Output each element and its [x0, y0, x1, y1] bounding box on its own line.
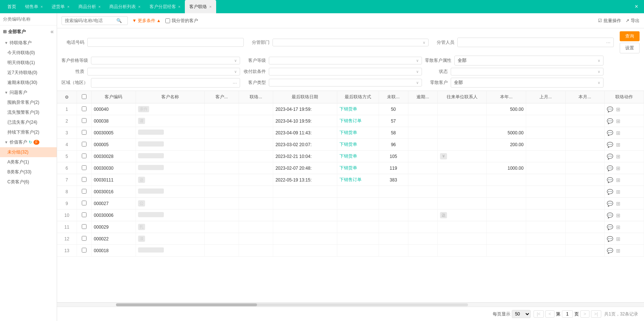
- row-chat-icon[interactable]: 💬: [607, 106, 613, 112]
- last-method-link[interactable]: 下销售订单: [339, 118, 362, 123]
- sidebar-group-pending[interactable]: ▼ 待联络客户: [0, 38, 57, 48]
- row-grid-icon[interactable]: ⊞: [616, 189, 620, 195]
- row-checkbox[interactable]: [82, 154, 87, 158]
- row-checkbox[interactable]: [82, 130, 87, 135]
- row-checkbox[interactable]: [82, 165, 87, 170]
- close-sales-order-icon[interactable]: ×: [41, 4, 43, 9]
- row-chat-icon[interactable]: 💬: [607, 236, 613, 242]
- row-chat-icon[interactable]: 💬: [607, 177, 613, 183]
- th-checkbox[interactable]: [77, 91, 91, 103]
- row-grid-icon[interactable]: ⊞: [616, 142, 620, 148]
- query-button[interactable]: 查询: [620, 31, 640, 41]
- filter-retail-select[interactable]: 全部 ∨: [451, 78, 603, 88]
- sidebar-item-today-pending[interactable]: 今天待联络(0): [0, 48, 57, 58]
- row-checkbox[interactable]: [82, 236, 87, 241]
- last-method-link[interactable]: 下销货单: [339, 165, 357, 170]
- reset-button[interactable]: 设置: [620, 43, 640, 53]
- row-grid-icon[interactable]: ⊞: [616, 212, 620, 218]
- scrollbar-thumb[interactable]: [116, 303, 257, 306]
- row-grid-icon[interactable]: ⊞: [616, 177, 620, 183]
- row-grid-icon[interactable]: ⊞: [616, 106, 620, 112]
- tab-purchase-order[interactable]: 进货单 ×: [47, 0, 74, 13]
- filter-region-select[interactable]: ···: [91, 78, 240, 88]
- sidebar-group-problem[interactable]: ▼ 问题客户: [0, 88, 57, 98]
- next-page-button[interactable]: >: [580, 310, 590, 318]
- sidebar-item-class-c[interactable]: C类客户(6): [0, 177, 57, 187]
- filter-retail-attr-select[interactable]: 全部 ∨: [454, 56, 603, 66]
- tab-customer-contact[interactable]: 客户联络 ×: [185, 0, 216, 13]
- sidebar-item-churn-warning[interactable]: 流失预警客户(3): [0, 107, 57, 117]
- close-customer-segment-icon[interactable]: ×: [178, 4, 180, 9]
- collapse-sidebar-icon[interactable]: «: [50, 28, 54, 35]
- page-number-input[interactable]: [562, 310, 573, 318]
- filter-search-input[interactable]: [65, 18, 116, 23]
- export-button[interactable]: ↗ 导出: [626, 18, 640, 24]
- filter-payment-select[interactable]: ∨: [269, 68, 422, 75]
- close-product-list-icon[interactable]: ×: [138, 4, 140, 9]
- filter-dept-select[interactable]: ∨: [272, 39, 429, 46]
- row-chat-icon[interactable]: 💬: [607, 142, 613, 148]
- filter-phone-input[interactable]: [87, 38, 244, 47]
- row-checkbox[interactable]: [82, 189, 87, 194]
- row-grid-icon[interactable]: ⊞: [616, 118, 620, 124]
- tab-product-analysis[interactable]: 商品分析 ×: [74, 0, 105, 13]
- row-grid-icon[interactable]: ⊞: [616, 224, 620, 230]
- filter-pricelevel-select[interactable]: ∨: [91, 57, 240, 64]
- close-product-analysis-icon[interactable]: ×: [98, 4, 101, 9]
- tab-product-list[interactable]: 商品分析列表 ×: [105, 0, 145, 13]
- sidebar-item-churned[interactable]: 已流失客户(24): [0, 117, 57, 127]
- my-customers-checkbox[interactable]: [165, 18, 170, 23]
- row-checkbox[interactable]: [82, 106, 87, 111]
- row-chat-icon[interactable]: 💬: [607, 248, 613, 254]
- filter-customertype-select[interactable]: ∨: [269, 79, 422, 87]
- first-page-button[interactable]: |<: [534, 310, 544, 318]
- row-checkbox[interactable]: [82, 248, 87, 253]
- close-purchase-icon[interactable]: ×: [67, 4, 69, 9]
- row-chat-icon[interactable]: 💬: [607, 154, 613, 159]
- sidebar-group-value[interactable]: ▼ 价值客户 ↻ F: [0, 137, 57, 147]
- sidebar-search-input[interactable]: [3, 17, 57, 22]
- last-method-link[interactable]: 下销货单: [339, 154, 357, 159]
- prev-page-button[interactable]: <: [545, 310, 555, 318]
- refresh-icon[interactable]: ↻: [29, 140, 32, 145]
- row-grid-icon[interactable]: ⊞: [616, 154, 620, 159]
- row-chat-icon[interactable]: 💬: [607, 189, 613, 195]
- sidebar-item-tomorrow-pending[interactable]: 明天待联络(1): [0, 58, 57, 68]
- row-grid-icon[interactable]: ⊞: [616, 201, 620, 207]
- more-conditions-button[interactable]: ▼ 更多条件 ▲: [132, 18, 161, 24]
- row-chat-icon[interactable]: 💬: [607, 118, 613, 124]
- filter-customerlevel-select[interactable]: ∨: [269, 57, 422, 64]
- row-checkbox[interactable]: [82, 142, 87, 147]
- last-page-button[interactable]: >|: [591, 310, 601, 318]
- row-checkbox[interactable]: [82, 201, 87, 205]
- row-checkbox[interactable]: [82, 118, 87, 123]
- th-settings[interactable]: ⚙: [57, 91, 77, 103]
- row-grid-icon[interactable]: ⊞: [616, 130, 620, 136]
- all-customers-header[interactable]: ⊞ 全部客户 «: [0, 25, 57, 38]
- row-checkbox[interactable]: [82, 224, 87, 229]
- row-chat-icon[interactable]: 💬: [607, 201, 613, 207]
- last-method-link[interactable]: 下销货单: [339, 142, 357, 147]
- sidebar-item-overdue-pending[interactable]: 逾期未联络(30): [0, 78, 57, 88]
- per-page-select[interactable]: 50 20 100: [512, 310, 531, 318]
- sidebar-item-class-b[interactable]: B类客户(33): [0, 167, 57, 177]
- window-close-button[interactable]: ×: [632, 3, 641, 10]
- batch-op-button[interactable]: ☑ 批量操作: [598, 18, 621, 24]
- row-checkbox[interactable]: [82, 177, 87, 182]
- sidebar-item-hoard-abnormal[interactable]: 囤购异常客户(2): [0, 98, 57, 107]
- tab-customer-segment[interactable]: 客户分层经客 ×: [145, 0, 185, 13]
- home-tab[interactable]: 首页: [3, 4, 21, 10]
- row-chat-icon[interactable]: 💬: [607, 165, 613, 171]
- close-customer-contact-icon[interactable]: ×: [209, 4, 211, 9]
- tab-sales-order[interactable]: 销售单 ×: [21, 0, 47, 13]
- row-grid-icon[interactable]: ⊞: [616, 236, 620, 242]
- row-grid-icon[interactable]: ⊞: [616, 165, 620, 171]
- filter-nature-select[interactable]: ∨: [87, 68, 240, 75]
- sidebar-item-declining[interactable]: 持续下滑客户(2): [0, 127, 57, 137]
- last-method-link[interactable]: 下销货单: [339, 130, 357, 135]
- filter-status-select[interactable]: ∨: [451, 68, 603, 75]
- row-chat-icon[interactable]: 💬: [607, 224, 613, 230]
- row-grid-icon[interactable]: ⊞: [616, 248, 620, 254]
- last-method-link[interactable]: 下销售订单: [339, 177, 362, 182]
- sidebar-item-ungrouped[interactable]: 未分组(32): [0, 147, 57, 157]
